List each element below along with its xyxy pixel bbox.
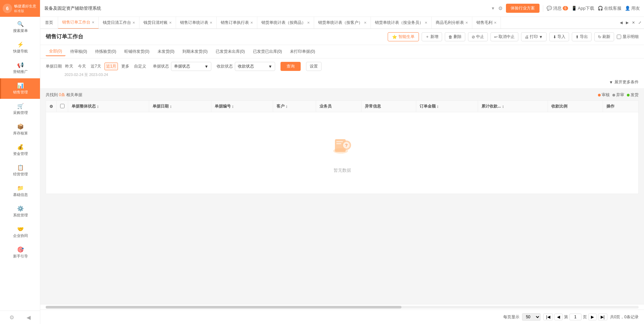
- tab-close-5[interactable]: ✕: [250, 21, 253, 25]
- first-page-button[interactable]: |◀: [543, 314, 553, 320]
- topbar-title: 装备及固定资产辅助管理系统: [44, 5, 487, 11]
- expand-conditions-button[interactable]: ▼ 展开更多条件: [609, 79, 639, 85]
- sidebar-item-1[interactable]: ⚡快捷导航: [0, 37, 40, 58]
- user-menu[interactable]: 👤 用友: [625, 5, 640, 11]
- topbar-dropdown-icon[interactable]: ▼: [491, 6, 495, 11]
- th-ratio: 收款比例: [548, 101, 603, 112]
- tab-close-3[interactable]: ✕: [169, 21, 172, 25]
- sort-number[interactable]: 单据编号↕: [215, 104, 269, 109]
- tab-scroll-left[interactable]: ◀: [618, 20, 624, 26]
- audit-action-button[interactable]: 审核: [598, 92, 610, 98]
- tab-2[interactable]: 钱货日清工作台✕: [99, 17, 139, 29]
- sort-amount[interactable]: 订单金额↕: [420, 104, 474, 109]
- set-button[interactable]: 设置: [306, 62, 321, 71]
- date-option-昨天[interactable]: 昨天: [64, 63, 75, 70]
- filter-tab-6[interactable]: 已发货未出库(0): [212, 47, 248, 56]
- filter-tab-4[interactable]: 未发货(0): [154, 47, 178, 56]
- topbar-settings-icon[interactable]: ⚙: [498, 5, 503, 11]
- date-option-更多[interactable]: 更多: [120, 63, 131, 70]
- tab-4[interactable]: 销售订单统计表✕: [176, 17, 217, 29]
- industry-solution-button[interactable]: 体验行业方案: [506, 4, 540, 13]
- sidebar-item-5[interactable]: 📦库存核算: [0, 119, 40, 140]
- export-button[interactable]: ⬆ 导出: [572, 32, 592, 41]
- tab-close-7[interactable]: ✕: [364, 21, 367, 25]
- filter-tab-3[interactable]: 旺铺待发货(0): [121, 47, 153, 56]
- date-option-今天[interactable]: 今天: [77, 63, 87, 70]
- cancel-stop-button[interactable]: ↩ 取消中止: [490, 32, 518, 41]
- th-settings[interactable]: ⚙: [46, 101, 57, 112]
- settings-icon[interactable]: ⚙: [9, 314, 14, 321]
- filter-tab-7[interactable]: 已发货已出库(0): [250, 47, 286, 56]
- select-all-checkbox[interactable]: [60, 104, 65, 108]
- sort-status[interactable]: 单据整体状态↕: [72, 104, 145, 109]
- th-checkbox[interactable]: [57, 101, 68, 112]
- page-number-input[interactable]: [569, 314, 582, 320]
- sidebar-item-2[interactable]: 📢营销推广: [0, 58, 40, 78]
- tab-close-6[interactable]: ✕: [307, 21, 310, 25]
- tab-close-all[interactable]: ✕: [631, 20, 636, 26]
- horizontal-scrollbar[interactable]: [40, 304, 644, 310]
- sidebar-item-6[interactable]: 💰资金管理: [0, 140, 40, 160]
- sidebar-item-3[interactable]: 📊销售管理: [0, 78, 40, 99]
- import-button[interactable]: ⬇ 导入: [549, 32, 569, 41]
- tab-6[interactable]: 销货单统计表（按商品）✕: [257, 17, 314, 29]
- main-content: 装备及固定资产辅助管理系统 ▼ ⚙ 体验行业方案 💬 消息 6 📱 App下载 …: [40, 0, 644, 324]
- sidebar-item-8[interactable]: 📁基础信息: [0, 181, 40, 201]
- sidebar-item-0[interactable]: 🔍搜索菜单: [0, 17, 40, 37]
- tab-close-4[interactable]: ✕: [210, 21, 212, 25]
- date-option-近7天[interactable]: 近7天: [89, 63, 102, 70]
- tab-7[interactable]: 销货单统计表（按客户）✕: [314, 17, 371, 29]
- sidebar-item-11[interactable]: 🎯新手引导: [0, 242, 40, 263]
- refresh-button[interactable]: ↻ 刷新: [594, 32, 614, 41]
- tab-3[interactable]: 钱货日清对账✕: [139, 17, 176, 29]
- online-support-button[interactable]: 🎧 在线客服: [598, 5, 621, 11]
- payment-select[interactable]: 收款状态 ▼: [235, 62, 275, 71]
- tab-close-8[interactable]: ✕: [425, 21, 427, 25]
- tab-scroll-right[interactable]: ▶: [625, 20, 630, 26]
- tab-5[interactable]: 销售订单执行表✕: [217, 17, 257, 29]
- tab-0[interactable]: 首页: [40, 17, 58, 29]
- query-button[interactable]: 查询: [281, 62, 301, 71]
- show-detail-checkbox[interactable]: [617, 35, 621, 39]
- tab-1[interactable]: 销售订单工作台✕: [58, 17, 99, 29]
- date-option-近1月[interactable]: 近1月: [104, 63, 118, 70]
- filter-tab-8[interactable]: 未打印单据(0): [287, 47, 318, 56]
- tab-9[interactable]: 商品毛利分析表✕: [432, 17, 472, 29]
- sidebar-item-4[interactable]: 🛒采购管理: [0, 99, 40, 119]
- sort-customer[interactable]: 客户↕: [276, 104, 312, 109]
- tab-close-10[interactable]: ✕: [494, 21, 497, 25]
- sidebar-item-9[interactable]: ⚙️系统管理: [0, 201, 40, 222]
- ship-action-button[interactable]: 发货: [627, 92, 639, 98]
- cancel-audit-action-button[interactable]: 弃审: [612, 92, 624, 98]
- delete-button[interactable]: 🗑 删除: [445, 32, 465, 41]
- filter-tab-2[interactable]: 待拣验货(0): [92, 47, 120, 56]
- filter-tab-5[interactable]: 到期未发货(0): [179, 47, 211, 56]
- stop-button[interactable]: ⊘ 中止: [468, 32, 488, 41]
- sort-date[interactable]: 单据日期↕: [153, 104, 207, 109]
- print-button[interactable]: 🖨 打印 ▼: [521, 32, 547, 41]
- sort-collected[interactable]: 累计收款...↕: [481, 104, 544, 109]
- tab-8[interactable]: 销货单统计表（按业务员）✕: [371, 17, 432, 29]
- filter-tab-1[interactable]: 待审核(0): [67, 47, 91, 56]
- tab-close-1[interactable]: ✕: [92, 21, 94, 24]
- tab-close-9[interactable]: ✕: [465, 21, 468, 25]
- smart-create-button[interactable]: ⭐ 智能生单: [388, 32, 419, 41]
- app-download-button[interactable]: 📱 App下载: [571, 5, 594, 11]
- last-page-button[interactable]: ▶|: [598, 314, 607, 320]
- show-detail-toggle[interactable]: 显示明细: [617, 34, 639, 40]
- messages-button[interactable]: 💬 消息 6: [547, 5, 568, 11]
- sidebar-item-10[interactable]: 🤝企业协同: [0, 222, 40, 242]
- add-button[interactable]: ＋ 新增: [422, 32, 442, 41]
- tab-10[interactable]: 销售毛利✕: [472, 17, 501, 29]
- page-size-select[interactable]: 20 50 100: [522, 313, 541, 321]
- status-select[interactable]: 单据状态 ▼: [171, 62, 211, 71]
- sidebar-item-7[interactable]: 📋经营管理: [0, 160, 40, 181]
- collapse-icon[interactable]: ◀: [27, 314, 31, 321]
- tab-maximize[interactable]: ⤢: [637, 20, 643, 26]
- prev-page-button[interactable]: ◀: [554, 314, 563, 320]
- date-option-自定义[interactable]: 自定义: [133, 63, 147, 70]
- scrollbar-thumb[interactable]: [46, 306, 401, 309]
- filter-tab-0[interactable]: 全部(0): [46, 47, 66, 56]
- tab-close-2[interactable]: ✕: [132, 21, 135, 25]
- next-page-button[interactable]: ▶: [588, 314, 597, 320]
